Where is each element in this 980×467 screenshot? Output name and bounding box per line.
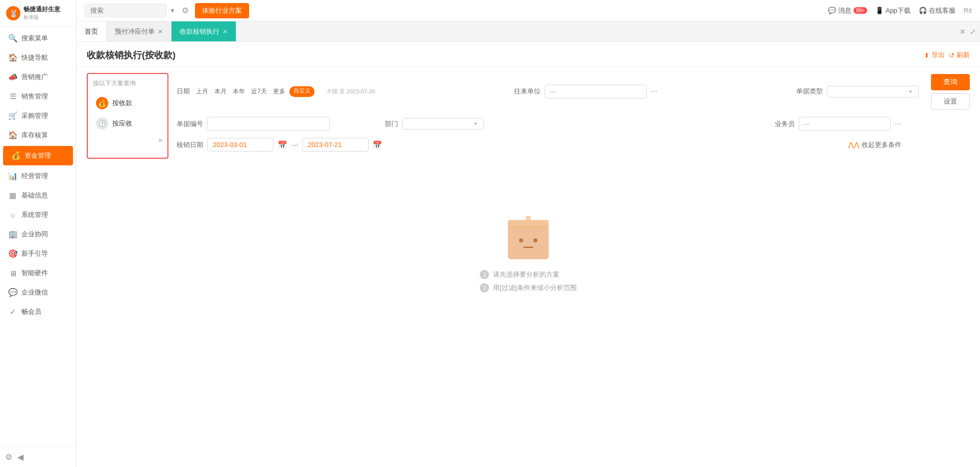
sidebar-item-collab[interactable]: 🏢 企业协同: [0, 225, 76, 244]
query-button[interactable]: 查询: [931, 74, 970, 90]
doc-num-input[interactable]: [207, 117, 330, 131]
doc-type-field: 单据类型 ▼: [796, 86, 919, 97]
sidebar-item-system[interactable]: ○ 系统管理: [0, 205, 76, 225]
more-conditions-toggle[interactable]: ⋀⋀ 收起更多条件: [848, 138, 901, 152]
staff-dots-icon[interactable]: ···: [895, 119, 901, 129]
empty-num-1: 1: [480, 270, 489, 279]
svg-rect-6: [526, 216, 531, 221]
doc-type-select[interactable]: ▼: [827, 86, 919, 97]
dept-field: 部门 ▼: [385, 118, 484, 130]
date-range-info: 不限 至 2023-07-26: [327, 88, 375, 95]
sidebar-item-search[interactable]: 🔍 搜索菜单: [0, 29, 76, 48]
query-row-2: 单据编号 部门 ▼ 业务: [177, 117, 970, 131]
solution-button[interactable]: 体验行业方案: [195, 3, 249, 18]
sidebar-item-wechat[interactable]: 💬 企业微信: [0, 283, 76, 302]
party-dots-icon[interactable]: ···: [651, 87, 657, 96]
tab-receipt-verify[interactable]: 收款核销执行 ✕: [172, 21, 236, 41]
sidebar-item-inventory[interactable]: 🏠 库存核算: [0, 126, 76, 145]
date-custom-badge[interactable]: 自定义: [289, 86, 314, 97]
export-button[interactable]: ⬆ 导出: [924, 51, 945, 60]
verify-date-start-input[interactable]: [207, 138, 274, 152]
sales-icon: ☰: [8, 92, 17, 101]
sidebar-item-quick-nav[interactable]: 🏠 快捷导航: [0, 48, 76, 67]
svg-rect-2: [508, 226, 549, 229]
filter-panel-title: 按以下方案查询: [93, 79, 162, 88]
date-this-year-btn[interactable]: 本年: [231, 86, 247, 97]
main-area: ▼ ⚙ 体验行业方案 💬 消息 99+ 📱 App下载 🎧 在线客服 Rit 首…: [77, 0, 980, 467]
sidebar-item-finance[interactable]: 💰 资金管理: [3, 146, 73, 165]
page-inner: 收款核销执行(按收款) ⬆ 导出 ↺ 刷新 按以下方案查询: [77, 42, 980, 467]
filter-by-receipt[interactable]: 💰 按收款: [93, 93, 162, 113]
date-this-month-btn[interactable]: 本月: [212, 86, 229, 97]
logo-text: 畅捷通好生意 标准版: [23, 5, 60, 21]
filter-by-receivable[interactable]: 🕐 按应收: [93, 113, 162, 134]
search-icon: 🔍: [8, 34, 17, 43]
collapse-sidebar-icon[interactable]: ◀: [17, 452, 23, 462]
sidebar-item-marketing[interactable]: 📣 营销推广: [0, 67, 76, 87]
verify-date-end-calendar-icon[interactable]: 📅: [373, 140, 382, 150]
staff-input[interactable]: [799, 117, 891, 131]
settings-bottom-icon[interactable]: ⚙: [5, 452, 12, 462]
sidebar-item-business[interactable]: 📊 经营管理: [0, 166, 76, 186]
tab-home[interactable]: 首页: [77, 21, 107, 41]
staff-field: 业务员 ···: [775, 117, 901, 131]
query-form-buttons: 查询 设置: [931, 73, 970, 110]
sidebar-item-hardware[interactable]: 🖥 智能硬件: [0, 263, 76, 283]
app-download-action[interactable]: 📱 App下载: [875, 6, 911, 15]
logo-area: 🐰 畅捷通好生意 标准版: [0, 0, 76, 27]
page-title-actions: ⬆ 导出 ↺ 刷新: [924, 51, 970, 60]
tab-spacer: [236, 21, 955, 41]
date-more-btn[interactable]: 更多: [271, 86, 287, 97]
message-action[interactable]: 💬 消息 99+: [828, 6, 867, 15]
page-content: 收款核销执行(按收款) ⬆ 导出 ↺ 刷新 按以下方案查询: [77, 42, 980, 467]
member-icon: ✓: [8, 307, 17, 316]
header-actions: 💬 消息 99+ 📱 App下载 🎧 在线客服 Rit: [828, 6, 972, 15]
tab-prepay-close-icon[interactable]: ✕: [158, 28, 163, 35]
refresh-button[interactable]: ↺ 刷新: [949, 51, 970, 60]
svg-rect-0: [508, 226, 549, 259]
sidebar-item-sales[interactable]: ☰ 销售管理: [0, 87, 76, 106]
tab-prepay[interactable]: 预付冲应付单 ✕: [107, 21, 172, 41]
doc-type-chevron-icon: ▼: [908, 89, 913, 94]
chevron-up-icon: ⋀⋀: [848, 141, 860, 149]
date-last-7days-btn[interactable]: 近7天: [249, 86, 269, 97]
dept-select[interactable]: ▼: [402, 118, 484, 130]
sidebar-item-purchase[interactable]: 🛒 采购管理: [0, 106, 76, 126]
header-gear-icon[interactable]: ⚙: [182, 6, 189, 15]
date-field: 日期 上月 本月 本年 近7天 更多 自定义: [177, 86, 314, 97]
filter-collapse: »: [93, 136, 162, 144]
by-receipt-icon: 💰: [96, 97, 108, 109]
date-last-month-btn[interactable]: 上月: [194, 86, 210, 97]
tab-controls: ✕ ⤢: [955, 21, 980, 41]
basic-icon: ▦: [8, 191, 17, 200]
tab-receipt-verify-close-icon[interactable]: ✕: [223, 28, 228, 35]
party-input[interactable]: [545, 85, 647, 99]
setting-button[interactable]: 设置: [931, 93, 970, 110]
svg-point-4: [533, 238, 537, 242]
page-title: 收款核销执行(按收款): [87, 49, 176, 61]
empty-texts: 1 请先选择要分析的方案 2 用[过滤]条件来缩小分析范围: [480, 270, 576, 292]
verify-date-end-input[interactable]: [302, 138, 369, 152]
filter-collapse-icon[interactable]: »: [158, 136, 162, 144]
tab-close-all-icon[interactable]: ✕: [960, 28, 966, 36]
empty-num-2: 2: [480, 283, 489, 292]
purchase-icon: 🛒: [8, 111, 17, 120]
page-title-bar: 收款核销执行(按收款) ⬆ 导出 ↺ 刷新: [77, 42, 980, 67]
sidebar-item-basic[interactable]: ▦ 基础信息: [0, 186, 76, 205]
query-area: 按以下方案查询 💰 按收款 🕐 按应收 »: [77, 67, 980, 165]
header-search-input[interactable]: [85, 4, 166, 17]
empty-hint-1: 1 请先选择要分析的方案: [480, 270, 576, 279]
date-quick-buttons: 上月 本月 本年 近7天 更多 自定义: [194, 86, 314, 97]
verify-date-start-calendar-icon[interactable]: 📅: [278, 140, 287, 150]
header-search-area: ▼: [85, 4, 176, 17]
empty-hint-2: 2 用[过滤]条件来缩小分析范围: [480, 283, 576, 292]
header-search-arrow-icon[interactable]: ▼: [169, 7, 176, 14]
sidebar-item-member[interactable]: ✓ 畅会员: [0, 302, 76, 322]
inventory-icon: 🏠: [8, 131, 17, 140]
tab-expand-icon[interactable]: ⤢: [970, 28, 976, 36]
service-action[interactable]: 🎧 在线客服: [919, 6, 955, 15]
filter-panel: 按以下方案查询 💰 按收款 🕐 按应收 »: [87, 73, 168, 159]
sidebar-item-guide[interactable]: 🎯 新手引导: [0, 244, 76, 263]
empty-state: 1 请先选择要分析的方案 2 用[过滤]条件来缩小分析范围: [77, 165, 980, 333]
sidebar-nav: 🔍 搜索菜单 🏠 快捷导航 📣 营销推广 ☰ 销售管理 🛒 采购管理 🏠 库存核…: [0, 27, 76, 447]
